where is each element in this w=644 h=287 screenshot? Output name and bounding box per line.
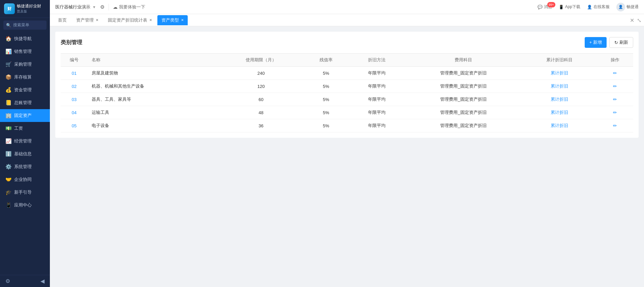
window-maximize-icon[interactable]: ⤡: [637, 17, 641, 24]
sidebar-item-label: 固定资产: [14, 113, 32, 119]
cell-code-1: 02: [61, 80, 88, 93]
sidebar-item-ledger[interactable]: 📒 总账管理: [0, 96, 50, 109]
settings-icon[interactable]: ⚙: [5, 278, 10, 284]
online-service-icon: 👤: [587, 5, 592, 9]
cell-expense-2: 管理费用_固定资产折旧: [404, 93, 522, 106]
cell-name-3: 运输工具: [88, 106, 219, 119]
refresh-button[interactable]: ↻ 刷新: [609, 37, 633, 48]
page-header: 类别管理 + 新增 ↻ 刷新: [61, 37, 633, 48]
cell-months-1: 120: [219, 80, 303, 93]
topbar-right: 💬 消息 99+ 📱 App下载 👤 在线客服 👤 畅捷通: [538, 3, 639, 11]
cell-residual-4: 5%: [303, 119, 349, 132]
window-close-icon[interactable]: ✕: [630, 17, 634, 24]
sidebar-item-label: 销售管理: [14, 49, 32, 55]
main-content: 医疗器械行业演示 ▼ ⚙ ☁ 我要体验一下 💬 消息 99+ 📱 App下载 👤…: [50, 0, 644, 287]
tab-depreciation-close[interactable]: ✕: [149, 19, 152, 22]
app-download-label: App下载: [565, 4, 580, 10]
tab-depreciation-table[interactable]: 固定资产折旧统计表 ✕: [104, 15, 156, 25]
sidebar-item-enterprise[interactable]: 🤝 企业协同: [0, 173, 50, 186]
new-button[interactable]: + 新增: [585, 37, 607, 48]
workspace-name: 医疗器械行业演示: [55, 4, 90, 10]
collapse-sidebar-icon[interactable]: ◀: [40, 278, 44, 284]
sidebar-search-area[interactable]: 🔍 搜索菜单: [0, 18, 50, 32]
cell-action-4[interactable]: ✏: [597, 119, 633, 132]
cell-method-4: 年限平均: [349, 119, 405, 132]
cell-name-1: 机器、机械和其他生产设备: [88, 80, 219, 93]
col-method: 折旧方法: [349, 54, 405, 67]
search-icon: 🔍: [6, 23, 11, 28]
sidebar-item-funds[interactable]: 💰 资金管理: [0, 84, 50, 96]
sidebar-item-label: 应用中心: [14, 202, 32, 208]
tab-asset-mgmt[interactable]: 资产管理 ✕: [72, 15, 102, 25]
app-download-icon: 📱: [559, 5, 564, 9]
sidebar-item-operations[interactable]: 📈 经营管理: [0, 135, 50, 148]
sidebar-item-sales[interactable]: 📊 销售管理: [0, 45, 50, 58]
cell-months-3: 48: [219, 106, 303, 119]
ledger-icon: 📒: [5, 100, 11, 106]
workspace-selector[interactable]: 医疗器械行业演示 ▼: [55, 4, 96, 10]
cell-action-0[interactable]: ✏: [597, 67, 633, 80]
messages-badge: 99+: [547, 2, 555, 7]
sidebar-item-purchase[interactable]: 🛒 采购管理: [0, 58, 50, 71]
sidebar-nav: 🏠 快捷导航 📊 销售管理 🛒 采购管理 📦 库存核算 💰 资金管理 📒 总账管…: [0, 32, 50, 275]
cell-expense-0: 管理费用_固定资产折旧: [404, 67, 522, 80]
sidebar-item-system[interactable]: ⚙️ 系统管理: [0, 160, 50, 173]
table-row: 05 电子设备 36 5% 年限平均 管理费用_固定资产折旧 累计折旧 ✏: [61, 119, 633, 132]
online-service-button[interactable]: 👤 在线客服: [587, 4, 610, 10]
page-content: 类别管理 + 新增 ↻ 刷新 编号 名称 使用期限（月） 残值率: [50, 26, 644, 287]
sidebar: 财 畅捷通好业财 普及版 🔍 搜索菜单 🏠 快捷导航 📊 销售管理 🛒 采购管理…: [0, 0, 50, 287]
guide-icon: 🎓: [5, 189, 11, 195]
cell-accumulated-0: 累计折旧: [522, 67, 597, 80]
cell-residual-0: 5%: [303, 67, 349, 80]
sidebar-footer: ⚙ ◀: [0, 275, 50, 287]
sidebar-item-guide[interactable]: 🎓 新手引导: [0, 186, 50, 199]
sales-icon: 📊: [5, 49, 11, 55]
col-expense: 费用科目: [404, 54, 522, 67]
cell-action-2[interactable]: ✏: [597, 93, 633, 106]
sidebar-item-quick-nav[interactable]: 🏠 快捷导航: [0, 32, 50, 45]
sidebar-item-label: 采购管理: [14, 61, 32, 67]
inventory-icon: 📦: [5, 74, 11, 80]
purchase-icon: 🛒: [5, 61, 11, 67]
sidebar-item-fixed-assets[interactable]: 🏢 固定资产: [0, 109, 50, 122]
cell-action-1[interactable]: ✏: [597, 80, 633, 93]
col-months: 使用期限（月）: [219, 54, 303, 67]
quick-nav-icon: 🏠: [5, 36, 11, 42]
cell-residual-1: 5%: [303, 80, 349, 93]
workspace-settings-icon[interactable]: ⚙: [100, 4, 104, 10]
sidebar-item-label: 总账管理: [14, 100, 32, 106]
cell-accumulated-1: 累计折旧: [522, 80, 597, 93]
online-service-label: 在线客服: [593, 4, 610, 10]
cell-method-2: 年限平均: [349, 93, 405, 106]
tab-asset-type-close[interactable]: ✕: [181, 19, 184, 22]
table-row: 04 运输工具 48 5% 年限平均 管理费用_固定资产折旧 累计折旧 ✏: [61, 106, 633, 119]
col-name: 名称: [88, 54, 219, 67]
app-name: 畅捷通好业财: [17, 4, 41, 9]
cell-code-0: 01: [61, 67, 88, 80]
experience-button[interactable]: ☁ 我要体验一下: [113, 4, 145, 10]
cell-code-2: 03: [61, 93, 88, 106]
user-profile[interactable]: 👤 畅捷通: [616, 3, 639, 11]
cell-months-2: 60: [219, 93, 303, 106]
system-icon: ⚙️: [5, 164, 11, 170]
messages-button[interactable]: 💬 消息 99+: [538, 4, 552, 10]
workspace-arrow-icon: ▼: [92, 5, 96, 9]
search-menu-button[interactable]: 🔍 搜索菜单: [3, 21, 47, 30]
cell-action-3[interactable]: ✏: [597, 106, 633, 119]
funds-icon: 💰: [5, 87, 11, 93]
sidebar-item-label: 快捷导航: [14, 36, 32, 42]
sidebar-item-basic-info[interactable]: ℹ️ 基础信息: [0, 148, 50, 160]
sidebar-item-inventory[interactable]: 📦 库存核算: [0, 71, 50, 84]
tab-home[interactable]: 首页: [54, 15, 71, 25]
sidebar-item-payroll[interactable]: 💵 工资: [0, 122, 50, 135]
cell-method-1: 年限平均: [349, 80, 405, 93]
sidebar-item-label: 经营管理: [14, 138, 32, 144]
tab-asset-type[interactable]: 资产类型 ✕: [157, 15, 188, 25]
cell-code-3: 04: [61, 106, 88, 119]
sidebar-item-label: 库存核算: [14, 74, 32, 80]
cell-method-3: 年限平均: [349, 106, 405, 119]
sidebar-item-app-center[interactable]: 📱 应用中心: [0, 199, 50, 212]
payroll-icon: 💵: [5, 125, 11, 131]
app-download-button[interactable]: 📱 App下载: [559, 4, 580, 10]
tab-asset-mgmt-close[interactable]: ✕: [96, 19, 98, 22]
